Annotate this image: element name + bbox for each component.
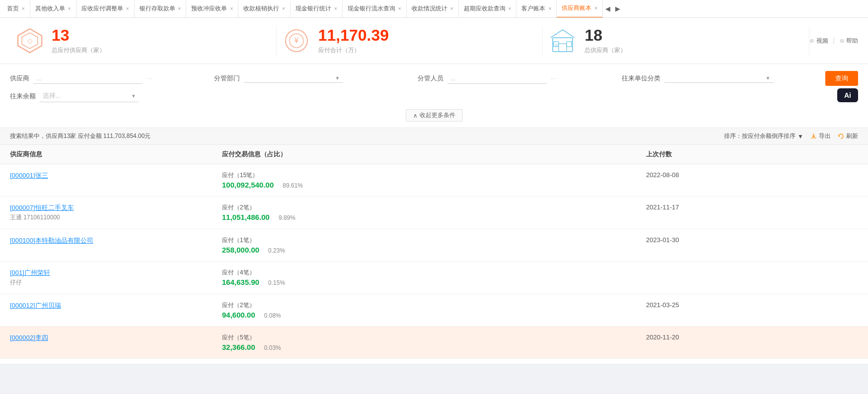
query-button[interactable]: 查询 [825, 71, 858, 86]
tx-info-2: 应付（1笔） 258,000.00 0.23% [222, 236, 646, 254]
balance-chevron: ▼ [131, 93, 136, 99]
result-bar-actions: 排序：按应付余额倒序排序 ▼ 导出 刷新 [724, 132, 858, 140]
supplier-link-0[interactable]: [000001]张三 [10, 172, 48, 179]
payable-icon: ¥ [282, 26, 311, 56]
supplier-link-1[interactable]: [000007]恒旺二手叉车 [10, 204, 74, 211]
close-tab-9[interactable]: × [508, 6, 511, 11]
nav-tab-home[interactable]: 首页 × [2, 0, 30, 18]
nav-tab-cash-stat[interactable]: 现金银行统计 × [290, 0, 343, 18]
last-pay-1: 2021-11-17 [646, 203, 858, 211]
svg-rect-12 [811, 137, 816, 138]
video-link[interactable]: ⊙ 视频 [809, 37, 828, 45]
balance-select[interactable]: 选择... ▼ [40, 90, 139, 102]
supplier-input[interactable] [33, 73, 143, 84]
last-pay-5: 2020-11-20 [646, 333, 858, 341]
col-header-lastpay: 上次付数 [646, 150, 858, 159]
balance-label: 往来余额 [10, 92, 36, 101]
nav-arrow-right[interactable]: ▶ [613, 0, 623, 18]
unit-class-chevron: ▼ [766, 75, 771, 81]
sort-chevron: ▼ [797, 133, 803, 140]
collapse-button[interactable]: ∧ 收起更多条件 [406, 109, 463, 122]
card1-content: 13 总应付供应商（家） [52, 27, 105, 55]
tx-info-1: 应付（2笔） 11,051,486.00 9.89% [222, 203, 646, 221]
table-row[interactable]: [000001]张三 应付（15笔） 100,092,540.00 89.61%… [0, 164, 868, 197]
supplier-link-4[interactable]: [000012]广州贝瑞 [10, 302, 61, 309]
balance-placeholder: 选择... [43, 91, 61, 100]
refresh-button[interactable]: 刷新 [838, 132, 858, 140]
close-tab-3[interactable]: × [178, 6, 181, 11]
shop-icon [548, 26, 578, 56]
nav-tab-customer-ledger[interactable]: 客户账本 × [516, 0, 557, 18]
result-bar: 搜索结果中，供应商13家 应付金额 111,703,854.00元 排序：按应付… [0, 128, 868, 145]
tx-info-0: 应付（15笔） 100,092,540.00 89.61% [222, 171, 646, 189]
table-row[interactable]: [000002]李四 应付（5笔） 32,366.00 0.03% 2020-1… [0, 327, 868, 359]
filter-person: 分管人员 ··· [418, 73, 612, 84]
nav-tab-other-income[interactable]: 其他收入单 × [30, 0, 76, 18]
summary-bar: ◇ 13 总应付供应商（家） ¥ 11,170.39 应付合计（万） [0, 18, 868, 64]
supplier-info-5: [000002]李四 [10, 333, 222, 342]
close-tab-7[interactable]: × [398, 6, 401, 11]
close-tab-11[interactable]: × [594, 5, 597, 11]
close-tab-6[interactable]: × [334, 6, 337, 11]
filter-row-2: 往来余额 选择... ▼ [10, 90, 858, 102]
tx-info-5: 应付（5笔） 32,366.00 0.03% [222, 333, 646, 351]
supplier-link-5[interactable]: [000002]李四 [10, 334, 48, 341]
nav-tab-supplier-ledger[interactable]: 供应商账本 × [557, 0, 603, 18]
export-button[interactable]: 导出 [810, 132, 831, 140]
help-link[interactable]: ⊙ 帮助 [840, 37, 858, 45]
close-tab-4[interactable]: × [230, 6, 233, 11]
close-tab-home[interactable]: × [22, 6, 25, 11]
summary-card-suppliers: ◇ 13 总应付供应商（家） [10, 26, 277, 56]
card2-number: 11,170.39 [318, 27, 389, 44]
filter-area: 供应商 ··· 分管部门 ▼ 分管人员 ··· 往来单位分类 ▼ 查询 往 [0, 64, 868, 128]
svg-text:¥: ¥ [293, 36, 298, 45]
close-tab-1[interactable]: × [68, 6, 71, 11]
nav-tab-cash-flow[interactable]: 现金银行流水查询 × [343, 0, 407, 18]
last-pay-2: 2023-01-30 [646, 236, 858, 244]
col-header-supplier: 供应商信息 [10, 150, 222, 159]
supplier-dots: ··· [146, 75, 152, 81]
filter-balance: 往来余额 选择... ▼ [10, 90, 858, 102]
last-pay-4: 2021-03-25 [646, 301, 858, 309]
col-header-tx: 应付交易信息（占比） [222, 150, 646, 159]
dept-select[interactable]: ▼ [244, 74, 343, 83]
svg-rect-9 [567, 42, 572, 47]
close-tab-5[interactable]: × [282, 6, 285, 11]
nav-tab-prepay[interactable]: 预收冲应收单 × [186, 0, 238, 18]
supplier-link-3[interactable]: [001]广州荣轩 [10, 269, 50, 276]
result-text: 搜索结果中，供应商13家 应付金额 111,703,854.00元 [10, 132, 150, 140]
filter-supplier: 供应商 ··· [10, 73, 204, 84]
top-navigation: 首页 × 其他收入单 × 应收应付调整单 × 银行存取款单 × 预收冲应收单 ×… [0, 0, 868, 18]
tx-info-4: 应付（2笔） 94,600.00 0.08% [222, 301, 646, 319]
dept-chevron: ▼ [335, 75, 340, 81]
card3-number: 18 [584, 27, 626, 44]
svg-rect-7 [559, 44, 567, 52]
collapse-row: ∧ 收起更多条件 [10, 106, 858, 123]
filter-row-1: 供应商 ··· 分管部门 ▼ 分管人员 ··· 往来单位分类 ▼ 查询 [10, 71, 858, 86]
ai-button[interactable]: Ai [837, 88, 858, 102]
nav-tab-payment-stat[interactable]: 收款情况统计 × [407, 0, 459, 18]
table-row[interactable]: [001]广州荣轩 仔仔 应付（4笔） 164,635.90 0.15% [0, 262, 868, 294]
nav-tab-overdue[interactable]: 超期应收款查询 × [459, 0, 517, 18]
summary-card-total-suppliers: 18 总供应商（家） [543, 26, 809, 56]
close-tab-2[interactable]: × [126, 6, 129, 11]
supplier-link-2[interactable]: [000100]本特勒油品有限公司 [10, 237, 93, 244]
filter-dept: 分管部门 ▼ [214, 74, 408, 83]
sort-button[interactable]: 排序：按应付余额倒序排序 ▼ [724, 132, 803, 140]
unit-class-select[interactable]: ▼ [664, 74, 774, 83]
nav-arrow-left[interactable]: ◀ [603, 0, 613, 18]
nav-tab-collection[interactable]: 收款核销执行 × [238, 0, 290, 18]
table-row[interactable]: [000007]恒旺二手叉车 王通 17106110000 应付（2笔） 11,… [0, 197, 868, 229]
close-tab-8[interactable]: × [450, 6, 453, 11]
close-tab-10[interactable]: × [548, 6, 551, 11]
person-dots: ··· [551, 75, 557, 81]
supplier-info-3: [001]广州荣轩 仔仔 [10, 268, 222, 287]
card3-content: 18 总供应商（家） [584, 27, 626, 55]
nav-tab-bank[interactable]: 银行存取款单 × [135, 0, 187, 18]
nav-tab-adjustment[interactable]: 应收应付调整单 × [76, 0, 135, 18]
supplier-info-0: [000001]张三 [10, 171, 222, 180]
unit-class-label: 往来单位分类 [622, 74, 660, 83]
person-input[interactable] [447, 73, 547, 84]
table-row[interactable]: [000012]广州贝瑞 应付（2笔） 94,600.00 0.08% 2021… [0, 294, 868, 327]
table-row[interactable]: [000100]本特勒油品有限公司 应付（1笔） 258,000.00 0.23… [0, 229, 868, 262]
